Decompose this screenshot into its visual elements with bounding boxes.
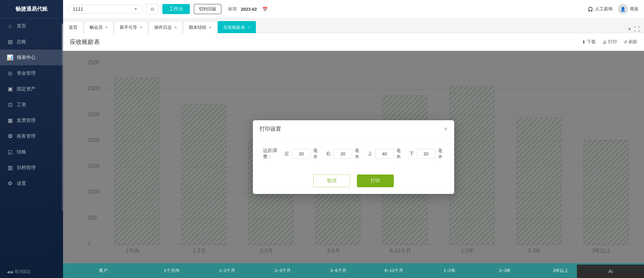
tab-close-aging[interactable]: × (248, 25, 250, 30)
sidebar-item-tax[interactable]: ❂税务管理 (0, 128, 63, 144)
download-button[interactable]: ⬇ 下载 (582, 39, 596, 45)
sidebar-item-assets[interactable]: ▣固定资产 (0, 81, 63, 97)
tab-expand-button[interactable]: ⛶ (634, 26, 640, 33)
sidebar-collapse-btn[interactable]: ◀◀ 取消固定 (0, 266, 63, 278)
margin-label: 边距调整： (263, 148, 279, 160)
modal-overlay: 打印设置 × 边距调整： 左 毫米 右 毫米 上 (63, 51, 644, 263)
print-label: 打印 (608, 39, 617, 45)
headset-icon: 🎧 (588, 7, 593, 12)
confirm-print-button[interactable]: 打印 (357, 175, 394, 187)
cancel-button[interactable]: 取消 (313, 175, 350, 187)
table-header: 客户1个月内1~2个月2~3个月3~6个月6~12个月1~2年2~3年3年以上合… (63, 263, 644, 278)
refresh-button[interactable]: ↺ 刷新 (624, 39, 637, 45)
refresh-label: 刷新 (629, 39, 637, 45)
ai-label: Ai (608, 269, 612, 274)
collapse-label: 取消固定 (15, 269, 31, 275)
home-icon: ⌂ (7, 23, 13, 29)
settings-icon: ⚙ (7, 180, 13, 187)
user-info[interactable]: 👤 用友 (618, 4, 639, 14)
tab-aging[interactable]: 应收账龄表× (218, 21, 256, 33)
main-area: 1111 ▼ ⊟ 工作台 切到旧版 账期 2023-02 📅 🎧 人工咨询 👤 … (63, 0, 644, 278)
top-margin-input[interactable] (375, 149, 394, 159)
download-icon: ⬇ (582, 40, 586, 45)
left-unit: 毫米 (313, 148, 319, 160)
sidebar-item-funds[interactable]: ◎资金管理 (0, 65, 63, 81)
tab-label-aging: 应收账龄表 (223, 24, 245, 30)
content-actions: ⬇ 下载 🖨 打印 ↺ 刷新 (582, 39, 637, 45)
archive-button[interactable]: ⊟ (146, 4, 158, 14)
bottom-unit: 毫米 (438, 148, 444, 160)
right-label: 右 (326, 151, 331, 157)
sidebar-scrollbar-thumb (62, 23, 63, 50)
tab-member[interactable]: 畅会员× (84, 21, 113, 33)
sidebar-item-home[interactable]: ⌂首页 (0, 18, 63, 34)
sidebar-item-payroll[interactable]: ⊡工资 (0, 97, 63, 113)
avatar-icon: 👤 (620, 7, 626, 12)
sidebar-label-funds: 资金管理 (17, 70, 36, 76)
topbar: 1111 ▼ ⊟ 工作台 切到旧版 账期 2023-02 📅 🎧 人工咨询 👤 … (63, 0, 644, 18)
download-label: 下载 (587, 39, 596, 45)
table-col-3: 2~3个月 (255, 268, 311, 274)
sidebar: 畅捷通易代账 ⌂首页▤总账📊报表中心◎资金管理▣固定资产⊡工资▦发票管理❂税务管… (0, 0, 63, 278)
sidebar-label-reports: 报表中心 (17, 55, 36, 61)
invoice-icon: ▦ (7, 117, 13, 124)
sidebar-item-settle[interactable]: ◱结账 (0, 144, 63, 160)
chart-area: 2500 2500 2500 2000 1500 1000 500 0 (63, 51, 644, 263)
content-area: 应收账龄表 ⬇ 下载 🖨 打印 ↺ 刷新 2500 (63, 33, 644, 278)
period-calendar-icon[interactable]: 📅 (262, 7, 268, 12)
tab-label-guide: 新手引导 (120, 24, 137, 30)
tab-close-member[interactable]: × (105, 25, 108, 30)
tab-label-member: 畅会员 (90, 24, 103, 30)
tab-close-all-button[interactable]: × (628, 26, 631, 33)
tab-close-yearend[interactable]: × (209, 25, 211, 30)
content-header: 应收账龄表 ⬇ 下载 🖨 打印 ↺ 刷新 (63, 33, 644, 51)
left-margin-input[interactable] (292, 149, 311, 159)
refresh-icon: ↺ (624, 40, 627, 45)
tab-label-home: 首页 (69, 24, 77, 30)
sidebar-label-home: 首页 (17, 23, 26, 29)
sidebar-label-tax: 税务管理 (17, 133, 36, 139)
sidebar-label-assets: 固定资产 (17, 86, 36, 92)
table-col-7: 2~3年 (477, 268, 533, 274)
ai-bar[interactable]: Ai (577, 265, 644, 278)
right-margin-input[interactable] (333, 149, 352, 159)
period-value: 2023-02 (241, 7, 257, 12)
sidebar-item-settings[interactable]: ⚙设置 (0, 176, 63, 191)
tab-actions: × ⛶ (628, 26, 644, 33)
right-unit: 毫米 (355, 148, 361, 160)
assets-icon: ▣ (7, 86, 13, 92)
table-col-2: 1~2个月 (199, 268, 255, 274)
company-name: 1111 (73, 6, 132, 12)
sidebar-item-reports[interactable]: 📊报表中心 (0, 50, 63, 65)
tab-close-guide[interactable]: × (140, 25, 142, 30)
bottom-margin-input[interactable] (417, 149, 435, 159)
modal-close-button[interactable]: × (444, 126, 447, 133)
table-col-5: 6~12个月 (366, 268, 422, 274)
page-title: 应收账龄表 (70, 38, 100, 46)
archive-icon: ⊟ (151, 7, 154, 12)
table-col-0: 客户 (63, 268, 144, 274)
tab-guide[interactable]: 新手引导× (114, 21, 148, 33)
tab-home[interactable]: 首页 (63, 21, 83, 33)
tab-yearend[interactable]: 期末结转× (183, 21, 217, 33)
sidebar-item-archive[interactable]: ▥归档管理 (0, 160, 63, 176)
tab-close-oplog[interactable]: × (174, 25, 177, 30)
sidebar-item-invoice[interactable]: ▦发票管理 (0, 113, 63, 128)
company-select[interactable]: 1111 ▼ (68, 5, 142, 13)
username: 用友 (630, 6, 639, 12)
workbench-button[interactable]: 工作台 (162, 4, 190, 14)
print-button[interactable]: 🖨 打印 (602, 39, 617, 45)
archive-icon: ▥ (7, 164, 13, 171)
reports-icon: 📊 (7, 54, 13, 61)
top-label: 上 (368, 151, 372, 157)
sidebar-item-ledger[interactable]: ▤总账 (0, 34, 63, 50)
ledger-icon: ▤ (7, 39, 13, 45)
tab-oplog[interactable]: 操作日志× (149, 21, 182, 33)
modal-footer: 取消 打印 (253, 169, 454, 194)
consultation-btn[interactable]: 🎧 人工咨询 (588, 6, 612, 12)
sidebar-label-settle: 结账 (17, 149, 26, 155)
modal-body: 边距调整： 左 毫米 右 毫米 上 毫米 下 毫米 (253, 138, 454, 169)
switch-version-button[interactable]: 切到旧版 (194, 4, 221, 14)
sidebar-label-invoice: 发票管理 (17, 118, 36, 124)
tab-label-yearend: 期末结转 (189, 24, 206, 30)
